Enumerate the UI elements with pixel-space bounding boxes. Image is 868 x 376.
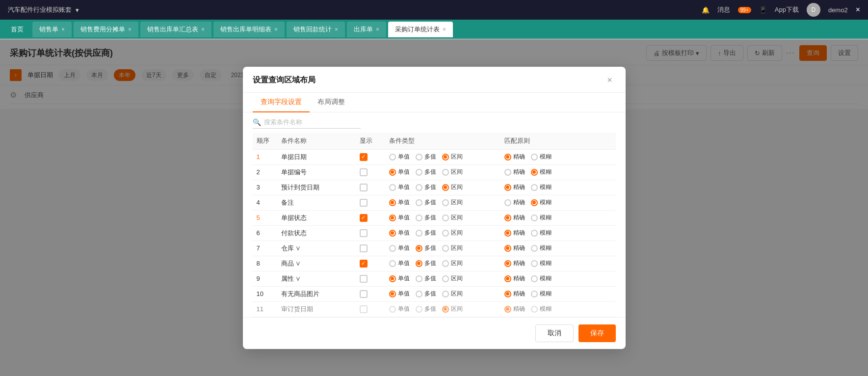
radio-single-2[interactable] — [389, 169, 396, 176]
type-multi-4[interactable]: 多值 — [416, 198, 436, 207]
checkbox-3[interactable] — [360, 184, 368, 191]
radio-range-4[interactable] — [442, 199, 449, 206]
tab-sales-out-summary[interactable]: 销售出库单汇总表 × — [140, 22, 211, 37]
radio-exact-11[interactable] — [504, 306, 511, 313]
radio-multi-5[interactable] — [416, 215, 422, 221]
tab-home[interactable]: 首页 — [4, 22, 30, 37]
cell-display-4[interactable] — [356, 199, 385, 207]
checkbox-9[interactable] — [360, 275, 368, 283]
checkbox-1[interactable] — [360, 153, 368, 161]
type-multi-11[interactable]: 多值 — [416, 305, 436, 313]
radio-fuzzy-7[interactable] — [531, 245, 538, 252]
type-single-5[interactable]: 单值 — [389, 214, 410, 222]
match-exact-7[interactable]: 精确 — [504, 244, 525, 252]
match-exact-5[interactable]: 精确 — [504, 214, 525, 222]
match-exact-11[interactable]: 精确 — [504, 305, 525, 313]
notification-icon[interactable]: 🔔 — [702, 6, 710, 14]
radio-single-3[interactable] — [389, 184, 396, 191]
match-exact-2[interactable]: 精确 — [504, 168, 525, 176]
match-fuzzy-5[interactable]: 模糊 — [531, 214, 552, 222]
type-single-8[interactable]: 单值 — [389, 259, 410, 268]
type-range-6[interactable]: 区间 — [442, 229, 463, 237]
match-fuzzy-1[interactable]: 模糊 — [531, 153, 552, 161]
radio-fuzzy-10[interactable] — [531, 291, 538, 297]
close-top-button[interactable]: × — [856, 5, 860, 14]
radio-single-6[interactable] — [389, 230, 396, 237]
match-exact-3[interactable]: 精确 — [504, 183, 525, 191]
type-multi-8[interactable]: 多值 — [416, 259, 436, 268]
type-range-2[interactable]: 区间 — [442, 168, 463, 176]
cell-display-3[interactable] — [356, 184, 385, 191]
checkbox-2[interactable] — [360, 168, 368, 176]
radio-exact-2[interactable] — [504, 169, 511, 176]
type-range-1[interactable]: 区间 — [442, 153, 463, 161]
download-icon[interactable]: 📱 — [759, 6, 767, 14]
type-single-9[interactable]: 单值 — [389, 274, 410, 283]
radio-multi-2[interactable] — [416, 169, 422, 176]
radio-range-6[interactable] — [442, 230, 449, 237]
radio-range-3[interactable] — [442, 184, 449, 191]
match-fuzzy-3[interactable]: 模糊 — [531, 183, 552, 191]
dropdown-icon[interactable]: ▾ — [76, 6, 79, 14]
radio-range-1[interactable] — [442, 154, 449, 161]
radio-multi-7[interactable] — [416, 245, 422, 252]
match-exact-9[interactable]: 精确 — [504, 274, 525, 283]
tab-outbound[interactable]: 出库单 × — [347, 22, 386, 37]
cell-display-7[interactable] — [356, 244, 385, 252]
type-multi-3[interactable]: 多值 — [416, 183, 436, 191]
checkbox-4[interactable] — [360, 199, 368, 207]
radio-range-9[interactable] — [442, 275, 449, 282]
cell-display-11[interactable] — [356, 305, 385, 313]
type-multi-10[interactable]: 多值 — [416, 290, 436, 298]
type-range-3[interactable]: 区间 — [442, 183, 463, 191]
radio-range-8[interactable] — [442, 260, 449, 267]
tab-sales-expense[interactable]: 销售费用分摊单 × — [74, 22, 138, 37]
radio-single-5[interactable] — [389, 215, 396, 221]
type-single-4[interactable]: 单值 — [389, 198, 410, 207]
tab-sales-out-detail-close[interactable]: × — [274, 26, 278, 33]
match-fuzzy-4[interactable]: 模糊 — [531, 198, 552, 207]
tab-sales-collection-close[interactable]: × — [335, 26, 338, 33]
download-label[interactable]: App下载 — [775, 5, 799, 14]
tab-purchase-stats-close[interactable]: × — [443, 26, 446, 33]
radio-fuzzy-5[interactable] — [531, 215, 538, 221]
type-multi-5[interactable]: 多值 — [416, 214, 436, 222]
cell-display-6[interactable] — [356, 229, 385, 237]
type-range-8[interactable]: 区间 — [442, 259, 463, 268]
radio-multi-1[interactable] — [416, 154, 422, 161]
radio-single-10[interactable] — [389, 291, 396, 297]
type-multi-9[interactable]: 多值 — [416, 274, 436, 283]
tab-outbound-close[interactable]: × — [376, 26, 379, 33]
radio-exact-9[interactable] — [504, 275, 511, 282]
type-range-11[interactable]: 区间 — [442, 305, 463, 313]
match-exact-6[interactable]: 精确 — [504, 229, 525, 237]
search-input[interactable] — [264, 118, 352, 126]
type-multi-2[interactable]: 多值 — [416, 168, 436, 176]
type-single-11[interactable]: 单值 — [389, 305, 410, 313]
radio-multi-4[interactable] — [416, 199, 422, 206]
match-exact-10[interactable]: 精确 — [504, 290, 525, 298]
cell-display-5[interactable] — [356, 214, 385, 222]
type-range-4[interactable]: 区间 — [442, 198, 463, 207]
user-avatar[interactable]: D — [807, 3, 820, 17]
tab-sales-order[interactable]: 销售单 × — [32, 22, 72, 37]
radio-single-1[interactable] — [389, 154, 396, 161]
radio-multi-3[interactable] — [416, 184, 422, 191]
checkbox-11[interactable] — [360, 305, 368, 313]
type-single-7[interactable]: 单值 — [389, 244, 410, 252]
match-fuzzy-11[interactable]: 模糊 — [531, 305, 552, 313]
radio-multi-9[interactable] — [416, 275, 422, 282]
save-button[interactable]: 保存 — [579, 324, 616, 342]
radio-multi-6[interactable] — [416, 230, 422, 237]
radio-exact-6[interactable] — [504, 230, 511, 237]
tab-purchase-stats[interactable]: 采购订单统计表 × — [388, 22, 453, 37]
match-fuzzy-6[interactable]: 模糊 — [531, 229, 552, 237]
type-multi-7[interactable]: 多值 — [416, 244, 436, 252]
type-range-10[interactable]: 区间 — [442, 290, 463, 298]
radio-exact-10[interactable] — [504, 291, 511, 297]
match-fuzzy-8[interactable]: 模糊 — [531, 259, 552, 268]
radio-fuzzy-3[interactable] — [531, 184, 538, 191]
tab-sales-out-detail[interactable]: 销售出库单明细表 × — [213, 22, 285, 37]
radio-multi-8[interactable] — [416, 260, 422, 267]
type-multi-6[interactable]: 多值 — [416, 229, 436, 237]
